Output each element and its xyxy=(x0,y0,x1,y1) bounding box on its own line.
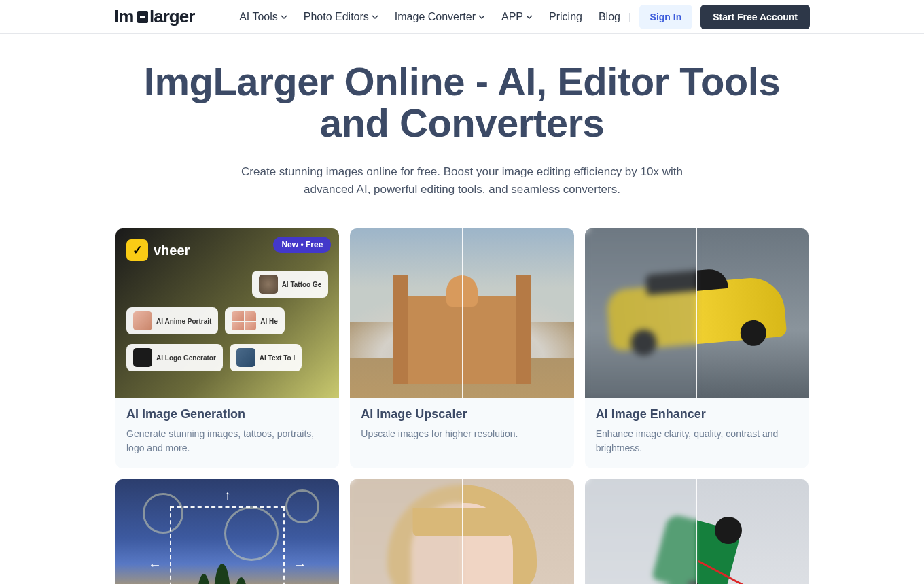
arrow-up-icon: ↑ xyxy=(224,487,231,503)
crop-box xyxy=(170,506,285,584)
comparison-divider xyxy=(462,479,463,584)
vheer-icon: ✓ xyxy=(126,239,148,261)
pill-logo: AI Logo Generator xyxy=(126,344,223,371)
card-image xyxy=(350,479,573,584)
card-ai-sharpen[interactable] xyxy=(585,479,808,584)
main-content: ImgLarger Online - AI, Editor Tools and … xyxy=(109,34,815,584)
pill-text-to-image: AI Text To I xyxy=(230,344,302,371)
card-image: ↑ ← → xyxy=(116,479,339,584)
comparison-divider xyxy=(462,228,463,398)
nav-image-converter[interactable]: Image Converter xyxy=(395,11,485,23)
comparison-divider xyxy=(696,479,697,584)
start-free-account-button[interactable]: Start Free Account xyxy=(700,5,810,29)
card-image xyxy=(585,228,808,398)
pill-tattoo: AI Tattoo Ge xyxy=(252,271,329,298)
arrow-left-icon: ← xyxy=(148,556,162,572)
nav-label: AI Tools xyxy=(239,11,278,23)
nav-blog[interactable]: Blog xyxy=(599,11,620,23)
svg-text:larger: larger xyxy=(149,7,195,27)
card-desc: Enhance image clarity, quality, contrast… xyxy=(596,427,798,455)
card-desc: Generate stunning images, tattoos, portr… xyxy=(126,427,328,455)
card-body: AI Image Upscaler Upscale images for hig… xyxy=(350,398,573,454)
comparison-divider xyxy=(696,228,697,398)
card-image: New • Free ✓ vheer AI Tattoo Ge AI Anime… xyxy=(116,228,339,398)
chevron-down-icon xyxy=(372,14,378,20)
site-header: Im larger AI Tools Photo Editors Image C… xyxy=(0,0,924,34)
card-desc: Upscale images for higher resolution. xyxy=(361,427,563,441)
svg-rect-2 xyxy=(140,16,145,18)
card-ai-image-upscaler[interactable]: AI Image Upscaler Upscale images for hig… xyxy=(350,228,573,468)
chevron-down-icon xyxy=(281,14,287,20)
card-image xyxy=(585,479,808,584)
card-ai-outpainting[interactable]: ↑ ← → xyxy=(116,479,339,584)
logo[interactable]: Im larger xyxy=(114,7,202,27)
page-subtitle: Create stunning images online for free. … xyxy=(217,163,707,199)
tool-grid: New • Free ✓ vheer AI Tattoo Ge AI Anime… xyxy=(116,228,808,584)
nav-ai-tools[interactable]: AI Tools xyxy=(239,11,287,23)
nav-separator: | xyxy=(628,12,631,22)
pill-anime: AI Anime Portrait xyxy=(126,307,218,334)
card-body: AI Image Enhancer Enhance image clarity,… xyxy=(585,398,808,468)
page-title: ImgLarger Online - AI, Editor Tools and … xyxy=(116,61,808,144)
pill-headshot: AI He xyxy=(225,307,285,334)
vheer-text: vheer xyxy=(154,243,190,258)
arrow-right-icon: → xyxy=(293,556,306,572)
nav-photo-editors[interactable]: Photo Editors xyxy=(304,11,378,23)
header-right: AI Tools Photo Editors Image Converter A… xyxy=(239,5,810,29)
card-title: AI Image Enhancer xyxy=(596,407,798,422)
nav-pricing[interactable]: Pricing xyxy=(549,11,582,23)
card-ai-face-retouch[interactable] xyxy=(350,479,573,584)
chevron-down-icon xyxy=(478,14,485,20)
nav-label: Blog xyxy=(599,11,620,23)
card-image xyxy=(350,228,573,398)
main-nav: AI Tools Photo Editors Image Converter A… xyxy=(239,11,620,23)
card-body: AI Image Generation Generate stunning im… xyxy=(116,398,339,468)
nav-label: APP xyxy=(501,11,523,23)
card-title: AI Image Upscaler xyxy=(361,407,563,422)
card-ai-image-generation[interactable]: New • Free ✓ vheer AI Tattoo Ge AI Anime… xyxy=(116,228,339,468)
sign-in-button[interactable]: Sign In xyxy=(639,5,693,29)
nav-label: Image Converter xyxy=(395,11,476,23)
new-free-badge: New • Free xyxy=(273,237,331,253)
chevron-down-icon xyxy=(526,14,533,20)
svg-text:Im: Im xyxy=(114,7,133,27)
nav-label: Pricing xyxy=(549,11,582,23)
nav-label: Photo Editors xyxy=(304,11,369,23)
card-ai-image-enhancer[interactable]: AI Image Enhancer Enhance image clarity,… xyxy=(585,228,808,468)
card-title: AI Image Generation xyxy=(126,407,328,422)
nav-app[interactable]: APP xyxy=(501,11,533,23)
